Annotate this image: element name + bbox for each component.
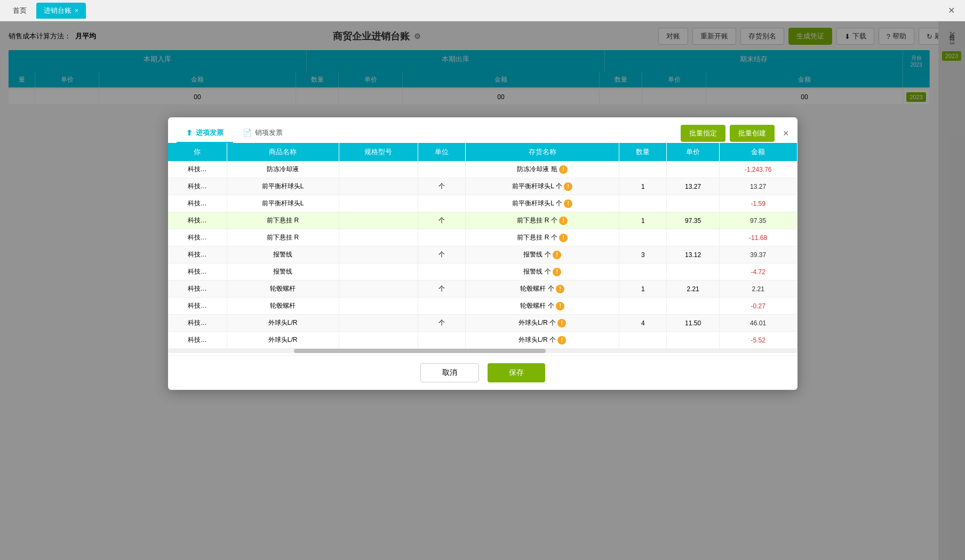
cell-product: 前平衡杆球头L <box>227 195 339 212</box>
cell-inventory: 轮毂螺杆 个 ! <box>466 281 619 298</box>
warn-icon[interactable]: ! <box>559 165 568 174</box>
cell-inventory: 前平衡杆球头L 个 ! <box>466 195 619 212</box>
col-spec: 规格型号 <box>339 143 418 161</box>
cell-unit: 个 <box>418 315 466 332</box>
cell-product: 轮毂螺杆 <box>227 281 339 298</box>
cell-unit-price: 97.35 <box>667 212 719 229</box>
cell-unit: 个 <box>418 178 466 195</box>
warn-icon[interactable]: ! <box>559 217 568 225</box>
col-unit-price: 单价 <box>667 143 719 161</box>
cell-product: 轮毂螺杆 <box>227 298 339 315</box>
cell-company: 科技… <box>168 315 227 332</box>
table-row: 科技… 防冻冷却液 防冻冷却液 瓶 ! -1,243.76 <box>168 161 797 178</box>
batch-assign-button[interactable]: 批量指定 <box>681 125 725 142</box>
cell-inventory: 报警线 个 ! <box>466 246 619 263</box>
cell-company: 科技… <box>168 246 227 263</box>
cell-qty <box>619 263 667 281</box>
cell-spec <box>339 298 418 315</box>
cell-qty: 4 <box>619 315 667 332</box>
cell-amount: 46.01 <box>719 315 797 332</box>
cell-product: 报警线 <box>227 246 339 263</box>
cell-inventory: 轮毂螺杆 个 ! <box>466 298 619 315</box>
modal-header: ⬆ 进项发票 📄 销项发票 批量指定 批量创建 × <box>168 117 797 143</box>
cell-inventory: 前平衡杆球头L 个 ! <box>466 178 619 195</box>
col-amount: 金额 <box>719 143 797 161</box>
tab-close-icon[interactable]: × <box>75 7 78 14</box>
cell-amount: -1.59 <box>719 195 797 212</box>
modal-scrollbar[interactable] <box>168 349 797 353</box>
cell-product: 外球头L/R <box>227 315 339 332</box>
cell-amount: 39.37 <box>719 246 797 263</box>
cell-company: 科技… <box>168 195 227 212</box>
cell-qty <box>619 195 667 212</box>
cell-unit-price <box>667 298 719 315</box>
cell-spec <box>339 161 418 178</box>
modal-tabs: ⬆ 进项发票 📄 销项发票 <box>177 124 292 143</box>
tab-incoming-invoice[interactable]: ⬆ 进项发票 <box>177 124 233 143</box>
col-unit: 单位 <box>418 143 466 161</box>
modal-footer: 取消 保存 <box>168 355 797 390</box>
cell-qty: 1 <box>619 212 667 229</box>
tab-home-label: 首页 <box>13 6 27 15</box>
table-row: 科技… 报警线 个 报警线 个 ! 3 13.12 39.37 <box>168 246 797 263</box>
window-close-button[interactable]: ✕ <box>943 2 960 19</box>
warn-icon[interactable]: ! <box>557 319 566 327</box>
modal-close-button[interactable]: × <box>783 128 789 139</box>
cell-unit-price <box>667 195 719 212</box>
col-company: 你 <box>168 143 227 161</box>
warn-icon[interactable]: ! <box>556 302 564 310</box>
cell-amount: -4.72 <box>719 263 797 281</box>
cell-spec <box>339 263 418 281</box>
cell-qty <box>619 229 667 246</box>
cell-unit-price <box>667 332 719 349</box>
modal-table-wrap[interactable]: 你 商品名称 规格型号 单位 存货名称 数量 单价 金额 科技… 防冻冷却液 <box>168 143 797 349</box>
cell-unit-price <box>667 263 719 281</box>
cell-company: 科技… <box>168 161 227 178</box>
cell-amount: -11.68 <box>719 229 797 246</box>
cell-inventory: 前下悬挂 R 个 ! <box>466 212 619 229</box>
cell-product: 前平衡杆球头L <box>227 178 339 195</box>
main-area: 销售成本计算方法： 月平均 商贸企业进销台账 ⚙ 对账 重新开账 存货别名 生成… <box>0 21 965 560</box>
tab-ledger[interactable]: 进销台账 × <box>36 3 86 19</box>
cell-unit-price <box>667 229 719 246</box>
warn-icon[interactable]: ! <box>564 199 572 208</box>
warn-icon[interactable]: ! <box>556 285 564 293</box>
cell-unit-price: 13.27 <box>667 178 719 195</box>
table-row: 科技… 外球头L/R 个 外球头L/R 个 ! 4 11.50 46.01 <box>168 315 797 332</box>
warn-icon[interactable]: ! <box>564 182 572 191</box>
cell-qty <box>619 161 667 178</box>
table-row: 科技… 轮毂螺杆 轮毂螺杆 个 ! -0.27 <box>168 298 797 315</box>
tab-home[interactable]: 首页 <box>5 3 34 19</box>
cell-unit <box>418 332 466 349</box>
cell-unit <box>418 263 466 281</box>
warn-icon[interactable]: ! <box>553 251 561 259</box>
col-product-name: 商品名称 <box>227 143 339 161</box>
cell-spec <box>339 212 418 229</box>
cell-spec <box>339 229 418 246</box>
cell-spec <box>339 315 418 332</box>
cell-company: 科技… <box>168 281 227 298</box>
tab-ledger-label: 进销台账 <box>44 6 71 15</box>
cell-unit <box>418 161 466 178</box>
modal-table-body: 科技… 防冻冷却液 防冻冷却液 瓶 ! -1,243.76 科技… 前平衡杆球头… <box>168 161 797 349</box>
warn-icon[interactable]: ! <box>553 268 561 276</box>
cell-product: 前下悬挂 R <box>227 212 339 229</box>
cell-amount: 13.27 <box>719 178 797 195</box>
warn-icon[interactable]: ! <box>557 336 566 345</box>
cell-product: 前下悬挂 R <box>227 229 339 246</box>
modal-scrollbar-thumb[interactable] <box>294 349 546 353</box>
tab-outgoing-invoice[interactable]: 📄 销项发票 <box>233 124 292 143</box>
cell-qty: 3 <box>619 246 667 263</box>
warn-icon[interactable]: ! <box>559 234 568 242</box>
save-button[interactable]: 保存 <box>488 363 545 382</box>
modal-dialog: ⬆ 进项发票 📄 销项发票 批量指定 批量创建 × 你 商品 <box>168 117 797 390</box>
cell-unit: 个 <box>418 246 466 263</box>
batch-create-button[interactable]: 批量创建 <box>730 125 775 142</box>
cell-amount: 2.21 <box>719 281 797 298</box>
cell-product: 外球头L/R <box>227 332 339 349</box>
cell-inventory: 前下悬挂 R 个 ! <box>466 229 619 246</box>
cell-company: 科技… <box>168 229 227 246</box>
cell-inventory: 外球头L/R 个 ! <box>466 332 619 349</box>
cancel-button[interactable]: 取消 <box>420 363 479 382</box>
cell-unit: 个 <box>418 281 466 298</box>
